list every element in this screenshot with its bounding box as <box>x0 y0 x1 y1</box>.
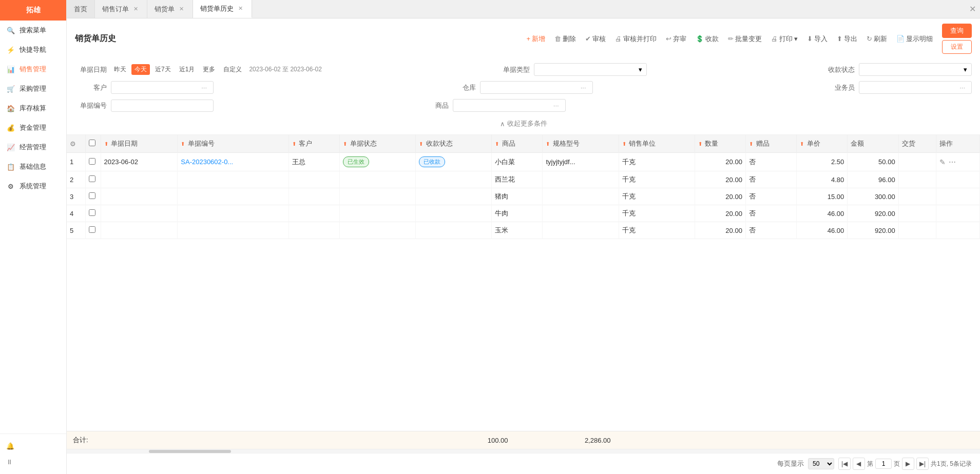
tab-bar: 首页 销售订单 ✕ 销货单 ✕ 销货单历史 ✕ ✕ <box>67 0 980 18</box>
date-opt-today[interactable]: 今天 <box>131 64 150 75</box>
settings-button[interactable]: 设置 <box>942 40 972 54</box>
col-doc-status[interactable]: ⬆ 单据状态 <box>339 135 415 153</box>
sidebar-item-finance[interactable]: 💰 资金管理 <box>0 118 66 137</box>
col-unit[interactable]: ⬆ 销售单位 <box>619 135 695 153</box>
collect-button[interactable]: 💲 收款 <box>691 32 723 46</box>
tab-sales-history-close[interactable]: ✕ <box>237 5 244 12</box>
last-page-button[interactable]: ▶| <box>916 458 929 470</box>
date-opt-7days[interactable]: 近7天 <box>152 64 174 75</box>
customer-input[interactable] <box>116 84 199 91</box>
settings-gear-icon[interactable]: ⚙ <box>70 140 76 148</box>
scrollbar-thumb[interactable] <box>149 450 231 453</box>
unit-sort-icon: ⬆ <box>622 141 626 147</box>
delete-button[interactable]: 🗑 删除 <box>550 32 580 46</box>
collapse-button[interactable]: ∧ 收起更多条件 <box>75 117 972 130</box>
sidebar-pause[interactable]: ⏸ <box>0 454 66 470</box>
goods-input[interactable] <box>457 102 551 109</box>
audit-print-button[interactable]: 🖨 审核并打印 <box>611 32 661 46</box>
row-spec <box>543 188 619 205</box>
row-checkbox[interactable] <box>89 226 95 233</box>
sidebar-item-search-menu[interactable]: 🔍 搜索菜单 <box>0 21 66 40</box>
customer-dots[interactable]: ··· <box>199 84 209 91</box>
page-size-select[interactable]: 20 50 100 200 <box>808 458 834 469</box>
batch-change-button[interactable]: ✏ 批量变更 <box>724 32 766 46</box>
tab-sales-order-close[interactable]: ✕ <box>132 5 140 13</box>
row-price: 46.00 <box>797 222 848 239</box>
first-page-button[interactable]: |◀ <box>838 458 851 470</box>
show-detail-button[interactable]: 📄 显示明细 <box>892 32 937 46</box>
row-doc-status <box>339 222 415 239</box>
print-button[interactable]: 🖨 打印 ▾ <box>767 32 802 46</box>
col-spec[interactable]: ⬆ 规格型号 <box>543 135 619 153</box>
sidebar-item-sys-mgmt[interactable]: ⚙ 系统管理 <box>0 176 66 196</box>
warehouse-dots[interactable]: ··· <box>579 84 588 91</box>
row-checkbox[interactable] <box>89 158 95 165</box>
col-checkbox[interactable] <box>85 135 101 153</box>
row-checkbox[interactable] <box>89 209 95 216</box>
row-checkbox-cell[interactable] <box>85 205 101 222</box>
row-goods: 西兰花 <box>492 171 543 188</box>
tab-sales-delivery-close[interactable]: ✕ <box>178 5 185 13</box>
sidebar-item-sales-mgmt[interactable]: 📊 销售管理 <box>0 60 66 79</box>
query-button[interactable]: 查询 <box>942 24 972 38</box>
new-button[interactable]: + 新增 <box>522 32 549 46</box>
row-checkbox[interactable] <box>89 192 95 199</box>
date-opt-more[interactable]: 更多 <box>200 64 218 75</box>
tab-sales-order[interactable]: 销售订单 ✕ <box>95 0 147 18</box>
export-button[interactable]: ⬆ 导出 <box>833 32 861 46</box>
refresh-button[interactable]: ↻ 刷新 <box>862 32 891 46</box>
col-pay-status[interactable]: ⬆ 收款状态 <box>416 135 492 153</box>
sidebar-notification[interactable]: 🔔 <box>0 438 66 454</box>
col-date[interactable]: ⬆ 单据日期 <box>101 135 178 153</box>
tab-bar-close-all[interactable]: ✕ <box>969 4 980 14</box>
import-button[interactable]: ⬇ 导入 <box>803 32 832 46</box>
row-checkbox-cell[interactable] <box>85 222 101 239</box>
col-price[interactable]: ⬆ 单价 <box>797 135 848 153</box>
sidebar-item-label: 采购管理 <box>20 84 46 93</box>
finance-icon: 💰 <box>6 123 15 132</box>
sidebar-item-quick-nav[interactable]: ⚡ 快捷导航 <box>0 40 66 60</box>
select-all-checkbox[interactable] <box>89 140 95 146</box>
date-opt-yesterday[interactable]: 昨天 <box>111 64 129 75</box>
col-goods[interactable]: ⬆ 商品 <box>492 135 543 153</box>
doc-no-input[interactable] <box>111 100 214 112</box>
page-number-input[interactable] <box>875 459 892 469</box>
row-checkbox[interactable] <box>89 175 95 182</box>
goods-dots[interactable]: ··· <box>551 102 561 109</box>
staff-input[interactable] <box>863 84 957 91</box>
doc-type-select[interactable]: ▾ <box>534 63 647 76</box>
payment-status-select[interactable]: ▾ <box>859 63 972 76</box>
tab-sales-delivery[interactable]: 销货单 ✕ <box>147 0 193 18</box>
staff-dots[interactable]: ··· <box>957 84 967 91</box>
abandon-button[interactable]: ↩ 弃审 <box>662 32 690 46</box>
tab-home[interactable]: 首页 <box>67 0 95 18</box>
collapse-label: 收起更多条件 <box>507 119 547 128</box>
more-icon[interactable]: ⋯ <box>949 158 956 166</box>
row-checkbox-cell[interactable] <box>85 171 101 188</box>
tab-sales-history[interactable]: 销货单历史 ✕ <box>193 0 252 18</box>
col-no[interactable]: ⬆ 单据编号 <box>178 135 289 153</box>
col-settings[interactable]: ⚙ <box>67 135 85 153</box>
audit-button[interactable]: ✔ 审核 <box>581 32 610 46</box>
horizontal-scrollbar[interactable] <box>67 449 980 453</box>
sidebar-item-purchase-mgmt[interactable]: 🛒 采购管理 <box>0 79 66 98</box>
sidebar-item-operations[interactable]: 📈 经营管理 <box>0 137 66 157</box>
sidebar-item-basic-info[interactable]: 📋 基础信息 <box>0 157 66 176</box>
date-opt-1month[interactable]: 近1月 <box>176 64 198 75</box>
next-page-button[interactable]: ▶ <box>902 458 914 470</box>
sidebar-item-label: 搜索菜单 <box>20 26 46 35</box>
date-opt-custom[interactable]: 自定义 <box>220 64 245 75</box>
col-customer[interactable]: ⬆ 客户 <box>289 135 339 153</box>
sidebar-item-inventory[interactable]: 🏠 库存核算 <box>0 98 66 118</box>
warehouse-input[interactable] <box>485 84 579 91</box>
doc-no-link[interactable]: SA-20230602-0... <box>181 158 233 166</box>
row-checkbox-cell[interactable] <box>85 153 101 171</box>
inventory-icon: 🏠 <box>6 104 15 113</box>
col-gift[interactable]: ⬆ 赠品 <box>745 135 796 153</box>
prev-page-button[interactable]: ◀ <box>853 458 865 470</box>
row-pay-status <box>416 171 492 188</box>
col-qty[interactable]: ⬆ 数量 <box>695 135 745 153</box>
row-checkbox-cell[interactable] <box>85 188 101 205</box>
customer-sort-icon: ⬆ <box>292 141 296 147</box>
edit-icon[interactable]: ✎ <box>939 158 946 166</box>
